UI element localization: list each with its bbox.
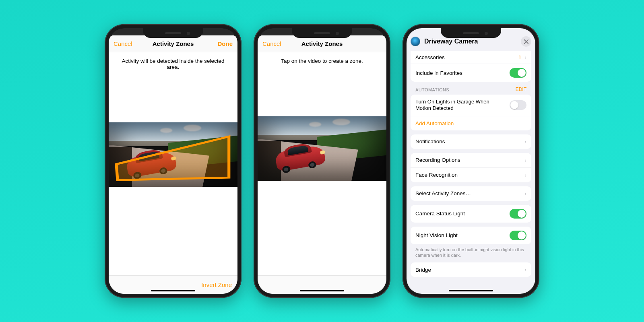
automations-section-header: AUTOMATIONS EDIT [410,82,532,94]
camera-avatar-icon [411,37,420,46]
night-vision-toggle[interactable] [510,231,526,240]
chevron-right-icon: › [524,172,526,178]
group-night-vision: Night Vision Light [411,227,531,244]
row-add-automation[interactable]: Add Automation [411,116,531,130]
row-notifications[interactable]: Notifications › [411,134,531,149]
camera-frame [109,122,237,187]
phone-1: Cancel Activity Zones Done Activity will… [105,24,242,298]
row-recording-options[interactable]: Recording Options › [411,153,531,167]
chevron-right-icon: › [524,157,526,163]
activity-zones-sheet: Cancel Activity Zones Tap on the video t… [258,35,386,294]
close-button[interactable] [521,36,531,47]
nav-bar: Cancel Activity Zones Done [109,35,237,52]
camera-preview[interactable] [258,116,386,181]
group-notifications: Notifications › [411,134,531,149]
row-label: Recording Options [415,157,460,163]
row-label: Select Activity Zones… [415,190,471,196]
row-label: Bridge [415,267,431,273]
home-indicator-icon [151,290,195,291]
group-status-light: Camera Status Light [411,205,531,223]
night-vision-footnote: Automatically turn on the built-in night… [410,244,532,259]
notch-icon [292,28,352,38]
row-label: Notifications [415,138,445,144]
group-automations: Turn On Lights in Garage When Motion Det… [411,95,531,130]
row-select-activity-zones[interactable]: Select Activity Zones… › [411,186,531,201]
close-icon [524,39,528,44]
row-label: Accessories [415,54,445,60]
screen-2: Cancel Activity Zones Tap on the video t… [258,28,386,294]
home-indicator-icon [300,290,344,291]
cancel-button[interactable]: Cancel [114,40,136,47]
hint-text: Activity will be detected inside the sel… [109,52,237,74]
stage: Cancel Activity Zones Done Activity will… [0,0,644,322]
row-camera-status-light: Camera Status Light [411,205,531,223]
edit-automations-button[interactable]: EDIT [516,87,526,92]
row-label: Camera Status Light [415,211,465,217]
camera-preview[interactable] [109,122,237,187]
status-light-toggle[interactable] [510,209,526,219]
section-title: AUTOMATIONS [415,87,449,92]
screen-1: Cancel Activity Zones Done Activity will… [109,28,237,294]
nav-title: Activity Zones [136,40,210,47]
phone-3: Driveway Camera Accessories 1 › Inc [402,24,539,298]
group-general: Accessories 1 › Include in Favorites [411,51,531,82]
row-automation-item: Turn On Lights in Garage When Motion Det… [411,95,531,116]
notch-icon [143,28,203,38]
hint-text: Tap on the video to create a zone. [258,52,386,68]
chevron-right-icon: › [524,54,526,60]
row-include-favorites: Include in Favorites [411,64,531,82]
automation-toggle[interactable] [510,100,526,110]
header-title: Driveway Camera [424,38,517,45]
add-automation-link[interactable]: Add Automation [415,120,454,126]
chevron-right-icon: › [524,266,526,273]
row-accessories[interactable]: Accessories 1 › [411,51,531,64]
row-night-vision-light: Night Vision Light [411,227,531,244]
invert-zone-button[interactable]: Invert Zone [201,281,232,288]
row-label: Include in Favorites [415,70,462,76]
row-face-recognition[interactable]: Face Recognition › [411,167,531,182]
group-bridge: Bridge › [411,262,531,277]
row-label: Night Vision Light [415,232,458,238]
nav-bar: Cancel Activity Zones [258,35,386,52]
chevron-right-icon: › [524,190,526,197]
camera-frame [258,116,386,181]
chevron-right-icon: › [524,138,526,145]
home-indicator-icon [449,290,493,291]
favorites-toggle[interactable] [510,68,526,78]
settings-scroll[interactable]: Accessories 1 › Include in Favorites AUT… [407,51,535,294]
nav-title: Activity Zones [285,40,359,47]
group-recording: Recording Options › Face Recognition › [411,153,531,182]
group-activity-zones: Select Activity Zones… › [411,186,531,201]
row-label: Face Recognition [415,172,458,178]
accessories-count: 1 [518,54,521,60]
phone-2: Cancel Activity Zones Tap on the video t… [254,24,390,298]
done-button[interactable]: Done [210,40,233,47]
cancel-button[interactable]: Cancel [262,40,285,47]
screen-3: Driveway Camera Accessories 1 › Inc [407,28,535,294]
activity-zones-sheet: Cancel Activity Zones Done Activity will… [109,35,237,294]
row-bridge[interactable]: Bridge › [411,262,531,277]
automation-label: Turn On Lights in Garage When Motion Det… [415,99,492,112]
notch-icon [441,28,501,38]
